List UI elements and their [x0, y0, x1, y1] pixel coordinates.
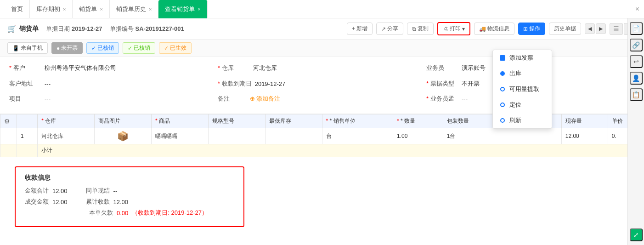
sidebar-icon-4[interactable]: 👤	[630, 72, 643, 85]
row-available-cell	[500, 128, 561, 144]
salesperson-label: 业务员孟	[426, 95, 458, 103]
tab-home[interactable]: 首页	[5, 0, 30, 18]
row-warehouse-cell: 河北仓库	[38, 128, 95, 144]
tab-sales-history[interactable]: 销货单历史 ×	[110, 0, 158, 18]
settings-icon[interactable]: ⚙	[4, 118, 10, 125]
tab-view-sales-close[interactable]: ×	[198, 6, 200, 12]
doc-num-value: SA-20191227-001	[136, 25, 184, 32]
print-dropdown-arrow: ▾	[462, 26, 465, 32]
cancelled-button[interactable]: ✓ 已核销	[123, 42, 155, 54]
tab-sales-history-close[interactable]: ×	[149, 6, 152, 12]
payment-title: 收款信息	[25, 174, 234, 182]
expand-button[interactable]: ⤢	[630, 228, 643, 241]
sidebar-icon-2[interactable]: 🔗	[630, 39, 643, 51]
customer-field: 客户 柳州粤港平安气体有限公司	[9, 63, 218, 74]
this-owe-label: 本单欠款	[89, 209, 113, 217]
checked-button[interactable]: ✓ 已核销	[86, 42, 119, 54]
payment-row-3: 本单欠款 0.00 （收款到期日: 2019-12-27）	[25, 209, 234, 217]
dropdown-add-invoice[interactable]: 添加发票	[493, 50, 552, 66]
nav-arrows: ◀ ▶	[585, 23, 606, 34]
tab-view-sales-label: 查看销货单	[165, 5, 195, 13]
copy-button[interactable]: ⧉ 复制	[407, 23, 434, 35]
doc-title-text: 销货单	[19, 25, 39, 33]
remark-field: 备注 ⊕ 添加备注	[218, 95, 426, 103]
effective-label: 已生效	[170, 44, 186, 52]
cumulative-item: 累计收款 12.00	[86, 198, 129, 206]
col-product-img: 商品图片	[95, 114, 152, 128]
staff-label: 业务员	[426, 64, 458, 72]
row-product-cell: 嗝嗝嗝嗝	[151, 128, 208, 144]
effective-button[interactable]: ✓ 已生效	[159, 42, 192, 54]
address-value: ---	[41, 79, 96, 89]
payment-row-2: 成交金额 12.00 累计收款 12.00	[25, 198, 234, 206]
list-view-button[interactable]: ☰	[610, 23, 623, 35]
tab-view-sales[interactable]: 查看销货单 ×	[158, 0, 207, 18]
total-amount-value: 12.00	[52, 188, 68, 194]
address-field: 客户地址 ---	[9, 79, 218, 89]
col-pack-qty: 包装数量	[443, 114, 500, 128]
dropdown-available-extract[interactable]: 可用量提取	[493, 81, 552, 97]
same-order-label: 同单现结	[86, 187, 110, 195]
this-owe-value: 0.00	[117, 210, 128, 217]
logistics-button[interactable]: 🚚 物流信息	[474, 23, 514, 35]
not-open-label: 未开票	[61, 44, 78, 52]
add-remark-icon: ⊕	[250, 95, 255, 102]
subtotal-label-cell: 小计	[38, 144, 644, 157]
share-icon: ↗	[381, 26, 386, 32]
customer-value: 柳州粤港平安气体有限公司	[41, 63, 119, 74]
sidebar-icon-3[interactable]: ↩	[630, 55, 643, 68]
customer-label: 客户	[9, 64, 41, 72]
tab-sales-order-close[interactable]: ×	[100, 6, 102, 12]
payment-section: 收款信息 金额合计 12.00 同单现结 -- 成交金额 12.00 累计收款	[0, 157, 644, 240]
share-button[interactable]: ↗ 分享	[376, 23, 403, 35]
cancelled-label: 已核销	[134, 44, 150, 52]
doc-header: 🛒 销货单 单据日期 2019-12-27 单据编号 SA-20191227-0…	[0, 18, 644, 40]
doc-date-label: 单据日期 2019-12-27	[46, 25, 102, 33]
effective-icon: ✓	[164, 45, 169, 51]
tab-inventory-init[interactable]: 库存期初 ×	[30, 0, 73, 18]
this-owe-item: 本单欠款 0.00 （收款到期日: 2019-12-27）	[89, 209, 208, 217]
from-phone-button[interactable]: 📱 来自手机	[7, 42, 48, 54]
logistics-icon: 🚚	[479, 26, 486, 32]
add-remark-button[interactable]: ⊕ 添加备注	[250, 95, 280, 103]
not-open-button[interactable]: ● 未开票	[51, 42, 83, 54]
payment-box: 收款信息 金额合计 12.00 同单现结 -- 成交金额 12.00 累计收款	[15, 166, 244, 227]
address-label: 客户地址	[9, 80, 41, 88]
dropdown-refresh[interactable]: 刷新	[493, 113, 552, 128]
remark-label: 备注	[218, 95, 250, 103]
sidebar-icon-5[interactable]: 📋	[630, 88, 643, 101]
prev-button[interactable]: ◀	[585, 23, 595, 34]
print-icon: 🖨	[443, 26, 448, 32]
print-button[interactable]: 🖨 打印 ▾	[437, 22, 470, 35]
due-date-value: 2019-12-27	[252, 79, 307, 89]
print-label: 打印	[450, 25, 461, 33]
payment-row-1: 金额合计 12.00 同单现结 --	[25, 187, 234, 195]
total-amount-item: 金额合计 12.00	[25, 187, 68, 195]
row-stock-cell: 12.00	[561, 128, 608, 144]
subtotal-row: 小计	[0, 144, 644, 157]
tab-inventory-init-close[interactable]: ×	[63, 6, 66, 12]
refresh-label: 刷新	[509, 116, 521, 125]
tab-sales-order[interactable]: 销货单 ×	[73, 0, 109, 18]
window-close-button[interactable]: ×	[635, 5, 639, 13]
this-owe-due-note: （收款到期日: 2019-12-27）	[132, 209, 208, 217]
dropdown-locate[interactable]: 定位	[493, 97, 552, 113]
row-settings-cell	[0, 128, 17, 144]
row-min-stock-cell	[265, 128, 322, 144]
next-button[interactable]: ▶	[596, 23, 606, 34]
operate-button[interactable]: ⊞ 操作	[518, 23, 545, 35]
doc-title-icon: 🛒	[7, 24, 17, 33]
due-date-field: 收款到期日 2019-12-27	[218, 79, 426, 89]
doc-date-value: 2019-12-27	[72, 25, 102, 32]
dropdown-outbound[interactable]: 出库	[493, 66, 552, 81]
outbound-icon	[499, 70, 506, 77]
cancelled-icon: ✓	[128, 45, 132, 51]
row-product-img-cell: 📦	[95, 128, 152, 144]
subtotal-settings-cell	[0, 144, 17, 157]
right-sidebar: 📄 🔗 ↩ 👤 📋 ⤢	[627, 18, 644, 245]
bill-type-label: 票据类型	[426, 80, 458, 88]
outbound-label: 出库	[509, 69, 521, 78]
sidebar-icon-1[interactable]: 📄	[630, 22, 643, 35]
history-button[interactable]: 历史单据	[549, 23, 581, 35]
new-button[interactable]: + 新增	[347, 23, 373, 35]
